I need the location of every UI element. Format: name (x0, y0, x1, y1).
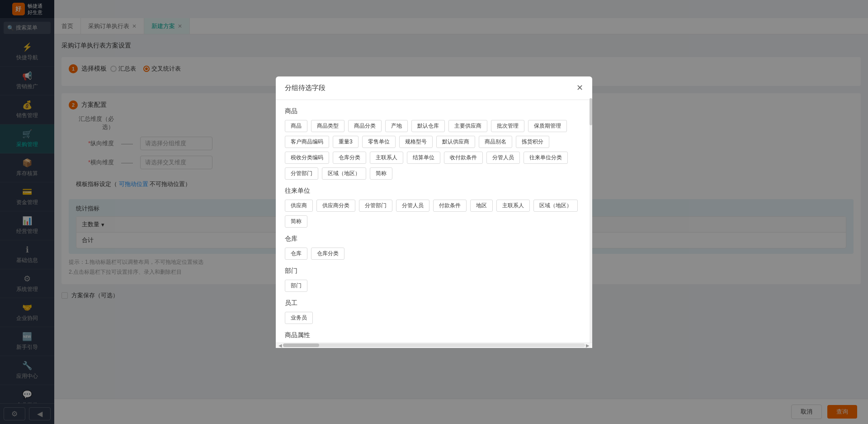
field-tag-1-2[interactable]: 分管部门 (359, 200, 392, 212)
field-group-5: 商品属性属性颜色多规格尺码鞋码1 (285, 331, 583, 343)
field-tag-1-1[interactable]: 供应商分类 (316, 200, 355, 212)
field-tag-0-8[interactable]: 客户商品编码 (285, 136, 329, 148)
scroll-thumb (283, 343, 319, 347)
field-tag-1-6[interactable]: 主联系人 (496, 200, 530, 212)
field-tag-0-5[interactable]: 主要供应商 (448, 120, 487, 132)
field-group-2: 仓库仓库仓库分类 (285, 235, 583, 260)
field-tag-0-3[interactable]: 产地 (385, 120, 408, 132)
field-group-title-4: 员工 (285, 299, 583, 307)
field-tag-0-18[interactable]: 结算单位 (407, 152, 440, 164)
scroll-track (283, 343, 585, 347)
vertical-scroll-thumb (590, 98, 592, 125)
field-tag-0-14[interactable]: 拣货积分 (516, 136, 549, 148)
field-group-title-5: 商品属性 (285, 331, 583, 339)
modal-title: 分组待选字段 (285, 84, 326, 92)
field-tag-0-11[interactable]: 规格型号 (399, 136, 433, 148)
field-tag-0-10[interactable]: 零售单位 (362, 136, 396, 148)
field-tag-0-9[interactable]: 重量3 (333, 136, 359, 148)
field-tag-0-16[interactable]: 仓库分类 (333, 152, 366, 164)
field-tag-0-19[interactable]: 收付款条件 (444, 152, 483, 164)
field-tags-4: 业务员 (285, 312, 583, 324)
field-group-4: 员工业务员 (285, 299, 583, 324)
field-tag-1-3[interactable]: 分管人员 (396, 200, 429, 212)
field-tag-0-7[interactable]: 保质期管理 (528, 120, 567, 132)
field-tag-0-20[interactable]: 分管人员 (486, 152, 520, 164)
field-tag-0-12[interactable]: 默认供应商 (436, 136, 475, 148)
modal-overlay[interactable]: 分组待选字段 ✕ 商品商品商品类型商品分类产地默认仓库主要供应商批次管理保质期管… (0, 0, 868, 424)
field-group-0: 商品商品商品类型商品分类产地默认仓库主要供应商批次管理保质期管理客户商品编码重量… (285, 107, 583, 180)
field-tag-2-0[interactable]: 仓库 (285, 248, 307, 260)
field-tags-0: 商品商品类型商品分类产地默认仓库主要供应商批次管理保质期管理客户商品编码重量3零… (285, 120, 583, 180)
field-group-title-2: 仓库 (285, 235, 583, 243)
scroll-left-arrow[interactable]: ◀ (278, 343, 283, 348)
modal-vertical-scrollbar[interactable] (590, 98, 592, 343)
field-tag-1-4[interactable]: 付款条件 (433, 200, 467, 212)
field-tag-2-1[interactable]: 仓库分类 (311, 248, 344, 260)
field-group-title-0: 商品 (285, 107, 583, 115)
field-tag-0-17[interactable]: 主联系人 (370, 152, 403, 164)
field-tag-0-22[interactable]: 分管部门 (285, 167, 318, 180)
field-tags-3: 部门 (285, 280, 583, 292)
field-tags-1: 供应商供应商分类分管部门分管人员付款条件地区主联系人区域（地区）简称 (285, 200, 583, 228)
field-tags-2: 仓库仓库分类 (285, 248, 583, 260)
field-group-3: 部门部门 (285, 267, 583, 292)
field-tag-0-15[interactable]: 税收分类编码 (285, 152, 329, 164)
field-tag-1-8[interactable]: 简称 (285, 215, 307, 228)
modal-header: 分组待选字段 ✕ (276, 76, 592, 100)
field-tag-0-13[interactable]: 商品别名 (479, 136, 512, 148)
modal-close-button[interactable]: ✕ (576, 84, 583, 92)
field-tag-1-0[interactable]: 供应商 (285, 200, 313, 212)
field-group-title-1: 往来单位 (285, 187, 583, 195)
field-tag-0-21[interactable]: 往来单位分类 (524, 152, 568, 164)
field-tag-0-0[interactable]: 商品 (285, 120, 307, 132)
field-tag-4-0[interactable]: 业务员 (285, 312, 313, 324)
field-tag-0-24[interactable]: 简称 (370, 167, 392, 180)
field-tag-0-2[interactable]: 商品分类 (348, 120, 382, 132)
field-tag-1-7[interactable]: 区域（地区） (533, 200, 578, 212)
field-group-title-3: 部门 (285, 267, 583, 275)
field-tag-0-1[interactable]: 商品类型 (311, 120, 344, 132)
field-tag-0-6[interactable]: 批次管理 (491, 120, 524, 132)
modal-dialog: 分组待选字段 ✕ 商品商品商品类型商品分类产地默认仓库主要供应商批次管理保质期管… (276, 76, 592, 348)
modal-body[interactable]: 商品商品商品类型商品分类产地默认仓库主要供应商批次管理保质期管理客户商品编码重量… (276, 100, 592, 343)
scroll-right-arrow[interactable]: ▶ (585, 343, 590, 348)
field-group-1: 往来单位供应商供应商分类分管部门分管人员付款条件地区主联系人区域（地区）简称 (285, 187, 583, 228)
field-tag-3-0[interactable]: 部门 (285, 280, 307, 292)
field-tag-1-5[interactable]: 地区 (470, 200, 493, 212)
modal-horizontal-scrollbar[interactable]: ◀ ▶ (276, 343, 592, 348)
field-tag-0-4[interactable]: 默认仓库 (411, 120, 445, 132)
field-tag-0-23[interactable]: 区域（地区） (322, 167, 366, 180)
